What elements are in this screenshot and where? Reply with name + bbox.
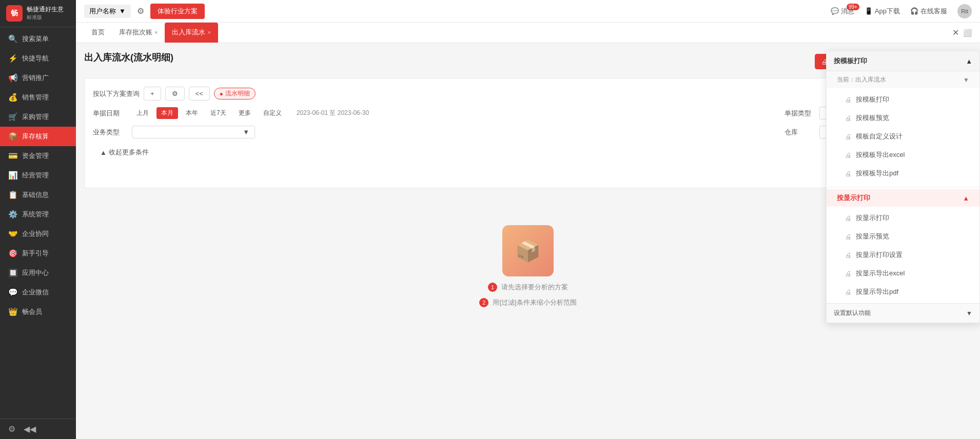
- dp-display-item-0[interactable]: 🖨 按显示打印: [827, 209, 979, 227]
- sidebar-item-finance[interactable]: 💳 资金管理: [0, 146, 76, 166]
- sidebar-item-newbie[interactable]: 🎯 新手引导: [0, 244, 76, 263]
- date-tab-本月[interactable]: 本月: [156, 107, 178, 119]
- dp-tpl-icon-2: 🖨: [845, 133, 852, 141]
- topbar-app-download[interactable]: 📱 App下载: [865, 7, 900, 16]
- tab-batch-close[interactable]: ×: [154, 29, 158, 35]
- tab-home[interactable]: 首页: [84, 23, 112, 43]
- filter-more-conditions-btn[interactable]: ▲ 收起更多条件: [93, 145, 156, 160]
- dp-template-item-4[interactable]: 🖨 按模板导出pdf: [827, 164, 979, 183]
- sidebar-label-purchase: 采购管理: [22, 112, 49, 122]
- dp-display-item-1[interactable]: 🖨 按显示预览: [827, 227, 979, 246]
- dp-disp-label-4: 按显示导出pdf: [856, 287, 898, 296]
- dp-tpl-label-0: 按模板打印: [856, 95, 889, 104]
- dp-footer-icon: ▼: [966, 310, 972, 317]
- service-label: 在线客服: [920, 7, 947, 16]
- sidebar-item-vip[interactable]: 👑 畅会员: [0, 302, 76, 322]
- dp-display-label: 按显示打印: [837, 193, 870, 203]
- sidebar-item-basic[interactable]: 📋 基础信息: [0, 185, 76, 205]
- dp-display-item-2[interactable]: 🖨 按显示打印设置: [827, 246, 979, 264]
- sidebar-icon-vip: 👑: [8, 307, 18, 316]
- filter-business-select[interactable]: ▼: [132, 126, 255, 138]
- dp-tpl-icon-1: 🖨: [845, 114, 852, 122]
- window-restore-icon[interactable]: ⬜: [963, 29, 972, 37]
- tabs-bar: 首页 库存批次账 × 出入库流水 × ✕ ⬜: [76, 23, 980, 43]
- dp-disp-label-2: 按显示打印设置: [856, 250, 903, 260]
- dp-display-item-3[interactable]: 🖨 按显示导出excel: [827, 264, 979, 283]
- dp-title: 按模板打印: [834, 56, 867, 66]
- filter-collapse-btn[interactable]: <<: [189, 87, 210, 101]
- empty-icon-symbol: 📦: [515, 239, 541, 263]
- sidebar-item-wechat[interactable]: 💬 企业微信: [0, 283, 76, 302]
- sidebar-item-appcenter[interactable]: 🔲 应用中心: [0, 263, 76, 283]
- date-tab-上月[interactable]: 上月: [132, 107, 153, 119]
- message-badge: 99+: [847, 4, 859, 10]
- dp-disp-icon-2: 🖨: [845, 251, 852, 259]
- sidebar-label-collab: 企业协同: [22, 229, 49, 238]
- topbar-settings-icon[interactable]: ⚙: [137, 6, 144, 16]
- sidebar-footer: ⚙ ◀◀: [0, 418, 76, 439]
- sidebar-icon-wechat: 💬: [8, 288, 18, 297]
- sidebar-label-marketing: 营销推广: [22, 73, 49, 83]
- date-tab-近7天[interactable]: 近7天: [206, 107, 231, 119]
- sidebar-nav: 🔍 搜索菜单⚡ 快捷导航📢 营销推广💰 销售管理🛒 采购管理📦 库存核算💳 资金…: [0, 27, 76, 418]
- dp-template-item-2[interactable]: 🖨 模板自定义设计: [827, 127, 979, 146]
- sidebar-item-collab[interactable]: 🤝 企业协同: [0, 224, 76, 244]
- filter-settings-btn[interactable]: ⚙: [165, 87, 185, 101]
- service-icon: 🎧: [910, 7, 918, 15]
- topbar-online-service[interactable]: 🎧 在线客服: [910, 7, 947, 16]
- tab-batch[interactable]: 库存批次账 ×: [112, 23, 165, 43]
- dp-template-item-3[interactable]: 🖨 按模板导出excel: [827, 146, 979, 164]
- empty-step-1: 1 请先选择要分析的方案: [488, 283, 568, 292]
- dp-disp-icon-4: 🖨: [845, 288, 852, 296]
- topbar-user[interactable]: 用户名称 ▼: [84, 5, 131, 18]
- sidebar-label-sales: 销售管理: [22, 93, 49, 102]
- sidebar-logo: 畅 畅捷通好生意 标准版: [0, 0, 76, 27]
- logo-text: 畅捷通好生意 标准版: [27, 6, 64, 21]
- sidebar-label-finance: 资金管理: [22, 151, 49, 161]
- sidebar-label-system: 系统管理: [22, 210, 49, 219]
- dp-footer[interactable]: 设置默认功能 ▼: [827, 303, 979, 323]
- tab-home-label: 首页: [91, 28, 105, 37]
- dp-template-item-1[interactable]: 🖨 按模板预览: [827, 109, 979, 127]
- sidebar-item-sales[interactable]: 💰 销售管理: [0, 88, 76, 107]
- tab-batch-label: 库存批次账: [119, 28, 152, 37]
- date-tab-更多[interactable]: 更多: [234, 107, 256, 119]
- app-label: App下载: [875, 7, 900, 16]
- tab-flowdetail-close[interactable]: ×: [207, 29, 210, 35]
- filter-business-chevron: ▼: [243, 128, 249, 136]
- date-tab-自定义[interactable]: 自定义: [259, 107, 286, 119]
- trial-button[interactable]: 体验行业方案: [150, 4, 205, 19]
- filter-business-label: 业务类型: [93, 128, 124, 137]
- topbar-avatar[interactable]: Rit: [957, 4, 972, 18]
- sidebar-item-purchase[interactable]: 🛒 采购管理: [0, 107, 76, 127]
- filter-add-btn[interactable]: +: [144, 87, 161, 101]
- tab-flowdetail[interactable]: 出入库流水 ×: [165, 23, 218, 43]
- dp-tpl-label-1: 按模板预览: [856, 113, 889, 123]
- topbar-message[interactable]: 💬 消息 99+: [831, 7, 854, 16]
- sidebar-item-system[interactable]: ⚙️ 系统管理: [0, 205, 76, 224]
- dp-collapse-icon[interactable]: ▲: [966, 57, 972, 65]
- dp-display-item-4[interactable]: 🖨 按显示导出pdf: [827, 283, 979, 301]
- window-controls: ✕ ⬜: [952, 28, 972, 37]
- sidebar-settings-icon[interactable]: ⚙: [8, 424, 15, 434]
- sidebar-item-inventory[interactable]: 📦 库存核算: [0, 127, 76, 146]
- empty-step-2: 2 用[过滤]条件来缩小分析范围: [479, 298, 576, 307]
- dp-display-header[interactable]: 按显示打印 ▲: [827, 189, 979, 207]
- sidebar-icon-quicknav: ⚡: [8, 54, 18, 63]
- sidebar-item-search[interactable]: 🔍 搜索菜单: [0, 29, 76, 49]
- dp-disp-icon-0: 🖨: [845, 214, 852, 222]
- dp-disp-label-1: 按显示预览: [856, 232, 889, 241]
- step1-label: 请先选择要分析的方案: [501, 283, 568, 292]
- dp-current-label: 当前：出入库流水: [837, 75, 886, 84]
- sidebar-icon-collab: 🤝: [8, 229, 18, 238]
- date-tab-本年[interactable]: 本年: [181, 107, 203, 119]
- window-close-icon[interactable]: ✕: [952, 28, 959, 37]
- sidebar-item-operation[interactable]: 📊 经营管理: [0, 166, 76, 185]
- dp-template-item-0[interactable]: 🖨 按模板打印: [827, 90, 979, 109]
- sidebar-collapse-icon[interactable]: ◀◀: [24, 424, 36, 434]
- topbar-user-chevron: ▼: [119, 7, 126, 15]
- sidebar-icon-operation: 📊: [8, 171, 18, 180]
- sidebar-item-quicknav[interactable]: ⚡ 快捷导航: [0, 49, 76, 68]
- sidebar-item-marketing[interactable]: 📢 营销推广: [0, 68, 76, 88]
- dp-disp-label-3: 按显示导出excel: [856, 269, 905, 278]
